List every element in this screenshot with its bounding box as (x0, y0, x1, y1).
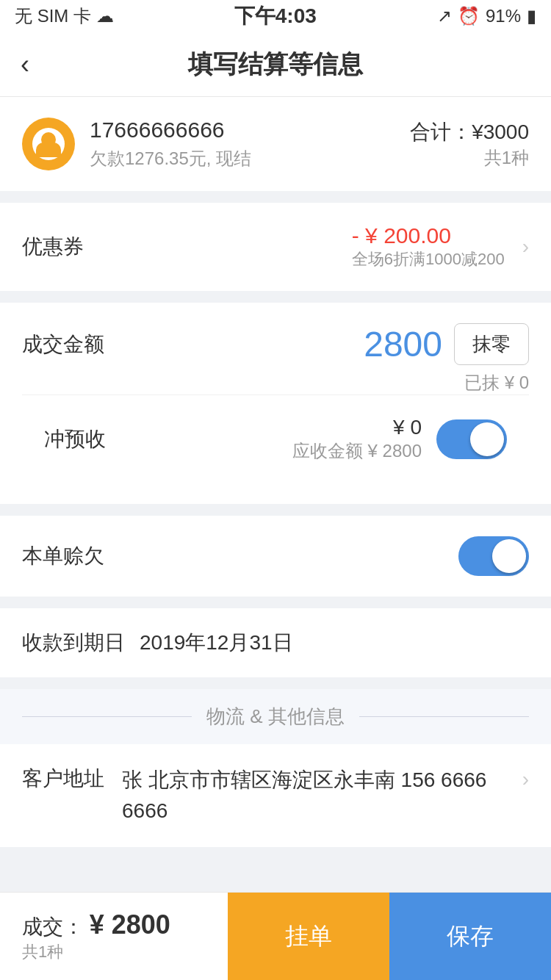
nav-bar: ‹ 填写结算等信息 (0, 32, 551, 97)
deal-amount-label: 成交金额 (22, 331, 104, 359)
avatar (22, 118, 75, 170)
deal-section: 成交金额 2800 抹零 已抹 ¥ 0 冲预收 ¥ 0 应收金额 ¥ 2800 (0, 303, 551, 504)
deal-amount-right: 2800 抹零 (364, 323, 529, 365)
prepay-row: 冲预收 ¥ 0 应收金额 ¥ 2800 (22, 394, 529, 483)
back-button[interactable]: ‹ (21, 49, 29, 80)
coupon-label: 优惠券 (22, 233, 84, 261)
prepay-toggle[interactable] (436, 419, 507, 459)
duedate-section: 收款到期日 2019年12月31日 (0, 608, 551, 677)
customer-info: 17666666666 欠款1276.35元, 现结 (90, 118, 251, 170)
divider-section: 物流 & 其他信息 (0, 689, 551, 744)
status-left: 无 SIM 卡 ☁ (15, 4, 114, 28)
battery-text: 91% (486, 6, 521, 26)
overdue-toggle-knob (492, 539, 526, 573)
prepay-amounts: ¥ 0 应收金额 ¥ 2800 (292, 416, 422, 463)
coupon-section: 优惠券 - ¥ 200.00 全场6折满1000减200 › (0, 203, 551, 291)
overdue-toggle[interactable] (458, 536, 529, 576)
duedate-label: 收款到期日 (22, 629, 125, 657)
coupon-right: - ¥ 200.00 全场6折满1000减200 › (352, 223, 529, 270)
duedate-value: 2019年12月31日 (140, 629, 293, 657)
prepay-sub-amount: 应收金额 ¥ 2800 (292, 439, 422, 463)
content-area: 17666666666 欠款1276.35元, 现结 合计：¥3000 共1种 … (0, 97, 551, 947)
coupon-row[interactable]: 优惠券 - ¥ 200.00 全场6折满1000减200 › (0, 203, 551, 291)
deal-number: 2800 (364, 324, 442, 364)
hang-order-button[interactable]: 挂单 (228, 893, 389, 981)
status-right: ↗ ⏰ 91% ▮ (437, 6, 536, 26)
divider-line-left (22, 716, 192, 717)
prepay-main-amount: ¥ 0 (292, 416, 422, 439)
status-bar: 无 SIM 卡 ☁ 下午4:03 ↗ ⏰ 91% ▮ (0, 0, 551, 32)
save-button[interactable]: 保存 (389, 893, 551, 981)
customer-right: 合计：¥3000 共1种 (410, 118, 529, 170)
alarm-icon: ⏰ (458, 6, 480, 26)
address-value: 张 北京市市辖区海淀区永丰南 156 6666 6666 (122, 765, 511, 826)
location-icon: ↗ (437, 6, 452, 26)
battery-icon: ▮ (527, 6, 536, 26)
address-chevron-icon: › (522, 765, 529, 791)
status-time: 下午4:03 (234, 2, 317, 30)
total-amount: 合计：¥3000 (410, 118, 529, 146)
customer-card: 17666666666 欠款1276.35元, 现结 合计：¥3000 共1种 (0, 97, 551, 191)
total-count: 共1种 (410, 146, 529, 170)
prepay-right: ¥ 0 应收金额 ¥ 2800 (292, 416, 507, 463)
customer-left: 17666666666 欠款1276.35元, 现结 (22, 118, 251, 170)
bottom-deal-label: 成交： (22, 915, 84, 938)
bottom-deal-amount: ¥ 2800 (90, 909, 170, 940)
bottom-summary: 成交： ¥ 2800 共1种 (0, 909, 228, 963)
divider-text: 物流 & 其他信息 (192, 704, 359, 729)
address-label: 客户地址 (22, 765, 110, 793)
prepay-toggle-knob (470, 422, 504, 456)
bottom-bar: 成交： ¥ 2800 共1种 挂单 保存 (0, 892, 551, 980)
coupon-amount: - ¥ 200.00 (352, 223, 505, 248)
deal-amount-row: 成交金额 2800 抹零 (22, 323, 529, 365)
customer-debt: 欠款1276.35元, 现结 (90, 147, 251, 170)
overdue-section: 本单赊欠 (0, 516, 551, 597)
bottom-count: 共1种 (22, 941, 206, 963)
no-sim-text: 无 SIM 卡 ☁ (15, 4, 114, 28)
divider-line-right (359, 716, 529, 717)
page-title: 填写结算等信息 (188, 48, 363, 82)
address-section[interactable]: 客户地址 张 北京市市辖区海淀区永丰南 156 6666 6666 › (0, 744, 551, 847)
coupon-desc: 全场6折满1000减200 (352, 248, 505, 270)
coupon-chevron: › (522, 235, 529, 259)
customer-phone: 17666666666 (90, 118, 251, 143)
deal-sub: 已抹 ¥ 0 (22, 371, 529, 394)
avatar-icon (32, 128, 65, 160)
duedate-row: 收款到期日 2019年12月31日 (22, 629, 529, 657)
prepay-label: 冲预收 (44, 425, 106, 453)
overdue-label: 本单赊欠 (22, 542, 104, 570)
round-zero-button[interactable]: 抹零 (454, 323, 529, 365)
bottom-deal-row: 成交： ¥ 2800 (22, 909, 206, 941)
